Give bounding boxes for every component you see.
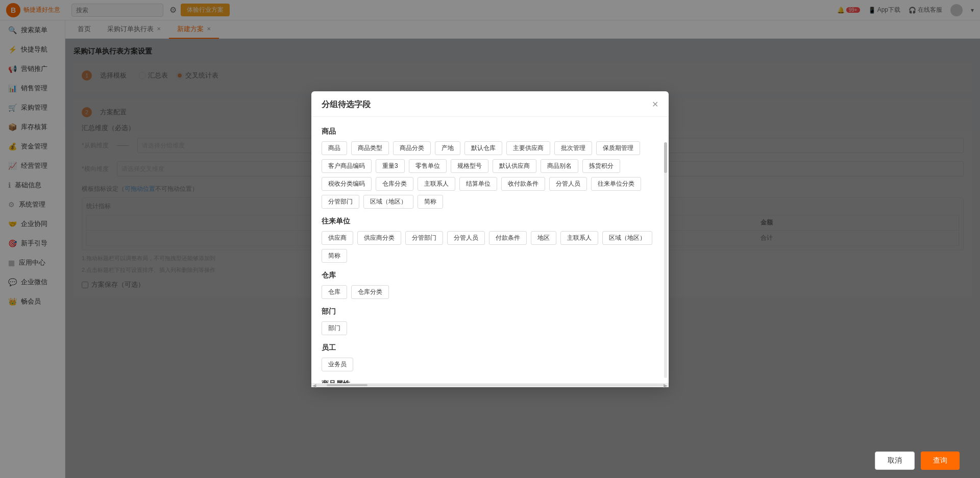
field-shelf-life[interactable]: 保质期管理 bbox=[596, 141, 640, 155]
field-weight[interactable]: 重量3 bbox=[376, 159, 405, 173]
field-goods-alias[interactable]: 商品别名 bbox=[541, 159, 578, 173]
field-region2[interactable]: 区域（地区） bbox=[602, 231, 652, 245]
section-goods-attr-title: 商品属性 bbox=[322, 380, 658, 383]
field-partner-manager[interactable]: 分管人员 bbox=[447, 231, 485, 245]
field-main-contact2[interactable]: 主联系人 bbox=[560, 231, 598, 245]
section-partner-title: 往来单位 bbox=[322, 217, 658, 226]
field-area[interactable]: 地区 bbox=[531, 231, 556, 245]
field-dept[interactable]: 部门 bbox=[322, 321, 347, 335]
field-short-name2[interactable]: 简称 bbox=[322, 249, 347, 263]
section-employee-title: 员工 bbox=[322, 343, 658, 353]
field-pick-points[interactable]: 拣货积分 bbox=[582, 159, 620, 173]
section-dept-title: 部门 bbox=[322, 307, 658, 316]
field-manager[interactable]: 分管人员 bbox=[549, 177, 587, 191]
field-dept-manage[interactable]: 分管部门 bbox=[322, 195, 359, 209]
section-employee: 员工 业务员 bbox=[322, 343, 658, 371]
hscroll-right-button[interactable]: ▶ bbox=[664, 383, 668, 388]
field-customer-code[interactable]: 客户商品编码 bbox=[322, 159, 372, 173]
section-warehouse: 仓库 仓库 仓库分类 bbox=[322, 271, 658, 299]
field-payment-terms[interactable]: 收付款条件 bbox=[501, 177, 545, 191]
field-supplier[interactable]: 供应商 bbox=[322, 231, 353, 245]
modal-footer: 取消 查询 bbox=[875, 451, 960, 470]
field-warehouse-class[interactable]: 仓库分类 bbox=[351, 285, 389, 299]
field-grid-dept: 部门 bbox=[322, 321, 658, 335]
field-origin[interactable]: 产地 bbox=[435, 141, 460, 155]
modal-vscrollbar-thumb bbox=[664, 142, 667, 173]
hscroll-left-button[interactable]: ◀ bbox=[312, 383, 316, 388]
modal-header: 分组待选字段 ✕ bbox=[311, 91, 669, 117]
hscroll-thumb bbox=[327, 384, 368, 386]
section-dept: 部门 部门 bbox=[322, 307, 658, 335]
field-spec-model[interactable]: 规格型号 bbox=[451, 159, 488, 173]
section-warehouse-title: 仓库 bbox=[322, 271, 658, 280]
field-grid-partner: 供应商 供应商分类 分管部门 分管人员 付款条件 地区 主联系人 区域（地区） … bbox=[322, 231, 658, 263]
field-goods[interactable]: 商品 bbox=[322, 141, 347, 155]
field-tax-code[interactable]: 税收分类编码 bbox=[322, 177, 372, 191]
section-partner: 往来单位 供应商 供应商分类 分管部门 分管人员 付款条件 地区 主联系人 区域… bbox=[322, 217, 658, 263]
field-goods-category[interactable]: 商品分类 bbox=[393, 141, 431, 155]
field-retail-unit[interactable]: 零售单位 bbox=[409, 159, 447, 173]
modal-overlay: 分组待选字段 ✕ 商品 商品 商品类型 商品分类 产地 默认仓库 主要供应商 批… bbox=[0, 0, 980, 478]
modal-hscrollbar[interactable]: ◀ ▶ bbox=[311, 383, 669, 387]
field-partner-dept[interactable]: 分管部门 bbox=[405, 231, 443, 245]
field-region[interactable]: 区域（地区） bbox=[363, 195, 413, 209]
section-goods-attr: 商品属性 属性 颜色 多规格 尺码 鞋码 1 bbox=[322, 380, 658, 383]
field-main-contact[interactable]: 主联系人 bbox=[418, 177, 455, 191]
field-warehouse-cat[interactable]: 仓库分类 bbox=[376, 177, 413, 191]
modal-title: 分组待选字段 bbox=[322, 99, 371, 110]
field-main-supplier[interactable]: 主要供应商 bbox=[506, 141, 550, 155]
cancel-button[interactable]: 取消 bbox=[875, 451, 915, 470]
section-goods-title: 商品 bbox=[322, 127, 658, 136]
field-grid-warehouse: 仓库 仓库分类 bbox=[322, 285, 658, 299]
field-short-name[interactable]: 简称 bbox=[418, 195, 443, 209]
field-settlement-unit[interactable]: 结算单位 bbox=[459, 177, 497, 191]
field-supplier-cat[interactable]: 供应商分类 bbox=[357, 231, 401, 245]
confirm-button[interactable]: 查询 bbox=[921, 451, 960, 470]
field-goods-type[interactable]: 商品类型 bbox=[351, 141, 389, 155]
field-grid-goods: 商品 商品类型 商品分类 产地 默认仓库 主要供应商 批次管理 保质期管理 客户… bbox=[322, 141, 658, 209]
field-grid-employee: 业务员 bbox=[322, 358, 658, 371]
section-goods: 商品 商品 商品类型 商品分类 产地 默认仓库 主要供应商 批次管理 保质期管理… bbox=[322, 127, 658, 209]
field-warehouse[interactable]: 仓库 bbox=[322, 285, 347, 299]
field-default-warehouse[interactable]: 默认仓库 bbox=[464, 141, 502, 155]
field-batch-mgmt[interactable]: 批次管理 bbox=[554, 141, 592, 155]
hscroll-track bbox=[316, 384, 664, 386]
field-payment-cond[interactable]: 付款条件 bbox=[489, 231, 527, 245]
field-select-modal: 分组待选字段 ✕ 商品 商品 商品类型 商品分类 产地 默认仓库 主要供应商 批… bbox=[311, 91, 669, 387]
modal-vscrollbar[interactable] bbox=[664, 142, 667, 378]
field-salesperson[interactable]: 业务员 bbox=[322, 358, 353, 371]
modal-close-button[interactable]: ✕ bbox=[652, 100, 658, 109]
field-partner-cat[interactable]: 往来单位分类 bbox=[591, 177, 641, 191]
field-default-supplier[interactable]: 默认供应商 bbox=[493, 159, 536, 173]
modal-body: 商品 商品 商品类型 商品分类 产地 默认仓库 主要供应商 批次管理 保质期管理… bbox=[311, 117, 669, 383]
